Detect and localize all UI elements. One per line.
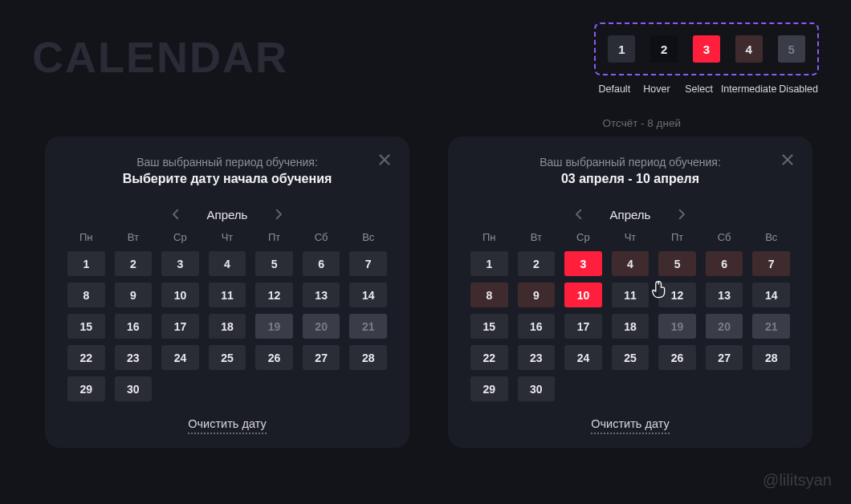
- day-cell: 20: [706, 314, 743, 339]
- month-nav: Апрель: [66, 207, 389, 222]
- calendar-grid: 1234567891011121314151617181920212223242…: [66, 251, 389, 401]
- day-cell[interactable]: 4: [612, 251, 649, 276]
- month-label: Апрель: [610, 208, 651, 222]
- month-label: Апрель: [207, 208, 248, 222]
- day-cell[interactable]: 24: [564, 345, 602, 370]
- weekdays: ПнВтСрЧтПтСбВс: [66, 231, 389, 243]
- day-cell[interactable]: 28: [349, 345, 387, 370]
- day-cell[interactable]: 23: [115, 345, 153, 370]
- day-cell[interactable]: 14: [752, 282, 790, 307]
- day-cell[interactable]: 5: [255, 251, 293, 276]
- legend-label-intermediate: Intermediate: [721, 83, 776, 95]
- day-cell[interactable]: 1: [470, 251, 508, 276]
- legend-label-select: Select: [678, 83, 719, 95]
- day-cell[interactable]: 12: [255, 282, 293, 307]
- day-cell[interactable]: 9: [115, 282, 153, 307]
- day-cell[interactable]: 5: [658, 251, 696, 276]
- day-cell[interactable]: 17: [161, 314, 199, 339]
- day-cell[interactable]: 27: [303, 345, 340, 370]
- close-icon: [376, 151, 393, 169]
- day-cell[interactable]: 27: [706, 345, 743, 370]
- calendar-card-left: Ваш выбранный период обучения: Выберите …: [45, 136, 409, 448]
- day-cell[interactable]: 15: [470, 314, 508, 339]
- day-cell[interactable]: 6: [303, 251, 340, 276]
- day-cell[interactable]: 25: [209, 345, 246, 370]
- day-cell[interactable]: 29: [470, 376, 508, 401]
- day-cell[interactable]: 15: [67, 314, 105, 339]
- day-cell[interactable]: 11: [209, 282, 246, 307]
- day-cell[interactable]: 8: [470, 282, 508, 307]
- legend-cell-intermediate: 4: [735, 35, 763, 63]
- legend-cell-default: 1: [608, 35, 635, 63]
- day-cell[interactable]: 6: [706, 251, 743, 276]
- clear-date: Очистить дату: [469, 417, 792, 430]
- day-cell[interactable]: 2: [518, 251, 556, 276]
- chevron-left-icon: [169, 207, 183, 222]
- next-month-button[interactable]: [271, 207, 286, 222]
- card-header-value: Выберите дату начала обучения: [66, 172, 389, 186]
- day-cell[interactable]: 13: [303, 282, 340, 307]
- day-cell[interactable]: 16: [518, 314, 556, 339]
- prev-month-button[interactable]: [572, 207, 586, 222]
- weekday-label: Пн: [67, 231, 105, 243]
- day-cell[interactable]: 2: [115, 251, 153, 276]
- day-cell[interactable]: 9: [518, 282, 556, 307]
- day-cell[interactable]: 8: [67, 282, 105, 307]
- day-cell[interactable]: 10: [161, 282, 199, 307]
- day-cell[interactable]: 26: [658, 345, 696, 370]
- day-cell[interactable]: 29: [67, 376, 105, 401]
- day-cell: 21: [349, 314, 387, 339]
- day-cell[interactable]: 14: [349, 282, 387, 307]
- next-month-button[interactable]: [674, 207, 689, 222]
- day-cell[interactable]: 3: [161, 251, 199, 276]
- day-cell[interactable]: 18: [612, 314, 649, 339]
- close-icon: [779, 151, 796, 169]
- card-header-value: 03 апреля - 10 апреля: [469, 172, 792, 186]
- prev-month-button[interactable]: [169, 207, 183, 222]
- weekday-label: Чт: [209, 231, 246, 243]
- close-button[interactable]: [376, 151, 393, 169]
- day-cell[interactable]: 25: [612, 345, 649, 370]
- weekday-label: Ср: [564, 231, 602, 243]
- day-cell[interactable]: 4: [209, 251, 246, 276]
- clear-date-button[interactable]: Очистить дату: [188, 417, 266, 434]
- calendar-card-right: Ваш выбранный период обучения: 03 апреля…: [448, 136, 812, 448]
- day-cell[interactable]: 26: [255, 345, 293, 370]
- card-header-label: Ваш выбранный период обучения:: [66, 156, 389, 169]
- day-cell[interactable]: 1: [67, 251, 105, 276]
- day-cell[interactable]: 22: [67, 345, 105, 370]
- day-cell[interactable]: 11: [612, 282, 649, 307]
- day-cell[interactable]: 13: [706, 282, 743, 307]
- weekday-label: Ср: [161, 231, 199, 243]
- legend: 1 2 3 4 5 Default Hover Select Intermedi…: [594, 22, 819, 95]
- day-cell[interactable]: 22: [470, 345, 508, 370]
- day-cell[interactable]: 16: [115, 314, 153, 339]
- day-cell[interactable]: 23: [518, 345, 556, 370]
- day-cell[interactable]: 28: [752, 345, 790, 370]
- watermark: @lilitsyan: [763, 471, 832, 490]
- day-cell[interactable]: 18: [209, 314, 246, 339]
- day-cell[interactable]: 24: [161, 345, 199, 370]
- day-cell[interactable]: 30: [518, 376, 556, 401]
- day-cell[interactable]: 30: [115, 376, 153, 401]
- day-cell[interactable]: 10: [564, 282, 602, 307]
- month-nav: Апрель: [469, 207, 792, 222]
- day-cell[interactable]: 7: [752, 251, 790, 276]
- chevron-left-icon: [572, 207, 586, 222]
- cursor-icon: [651, 280, 667, 299]
- weekday-label: Пн: [470, 231, 508, 243]
- weekday-label: Вт: [518, 231, 556, 243]
- day-cell[interactable]: 7: [349, 251, 387, 276]
- day-cell: 19: [658, 314, 696, 339]
- chevron-right-icon: [674, 207, 689, 222]
- page-title: CALENDAR: [32, 32, 288, 82]
- clear-date: Очистить дату: [66, 417, 389, 430]
- card-header-label: Ваш выбранный период обучения:: [469, 156, 792, 169]
- day-cell[interactable]: 3: [564, 251, 602, 276]
- chevron-right-icon: [271, 207, 286, 222]
- weekday-label: Пт: [658, 231, 696, 243]
- close-button[interactable]: [779, 151, 796, 169]
- clear-date-button[interactable]: Очистить дату: [591, 417, 669, 434]
- day-cell[interactable]: 17: [564, 314, 602, 339]
- day-cell: 20: [303, 314, 340, 339]
